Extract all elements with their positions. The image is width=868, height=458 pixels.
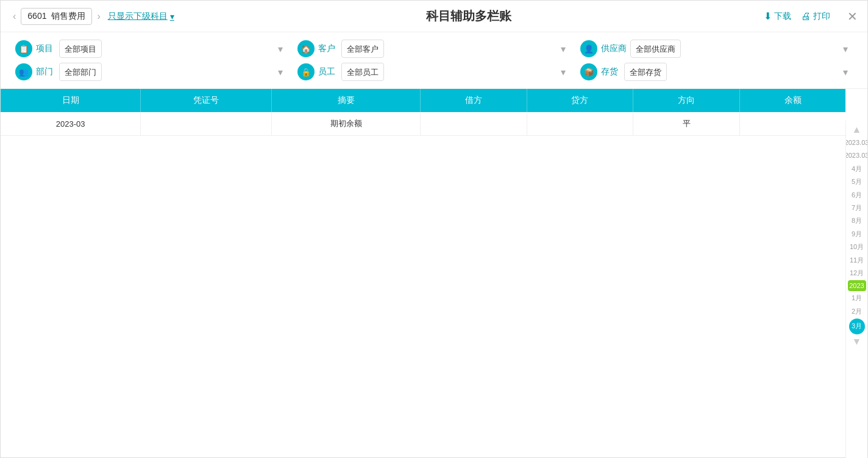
download-label: 下载 bbox=[774, 11, 791, 22]
table-container: 日期 凭证号 摘要 借方 贷方 方向 余额 2023-03 期初余额 平 bbox=[1, 89, 845, 136]
cell-direction: 平 bbox=[633, 112, 740, 136]
top-bar: ‹ 6601 销售费用 › 只显示下级科目 ▾ 科目辅助多栏账 ⬇ 下载 🖨 打… bbox=[1, 1, 867, 32]
cell-debit bbox=[420, 112, 527, 136]
prev-account-btn[interactable]: ‹ bbox=[10, 10, 18, 23]
sidebar-down-btn[interactable]: ▼ bbox=[846, 335, 867, 348]
filter-supplier: 👤 供应商 全部供应商 bbox=[575, 37, 858, 60]
cell-credit bbox=[527, 112, 633, 136]
account-code: 6601 bbox=[27, 11, 46, 21]
project-label: 项目 bbox=[36, 43, 55, 54]
supplier-icon: 👤 bbox=[580, 40, 597, 57]
account-name: 销售费用 bbox=[51, 11, 85, 21]
filter-employee: 🔒 员工 全部员工 bbox=[293, 60, 575, 83]
employee-select[interactable]: 全部员工 bbox=[341, 63, 384, 81]
sidebar-month-item[interactable]: 4月 bbox=[845, 163, 867, 175]
close-btn[interactable]: ✕ bbox=[847, 9, 858, 24]
employee-label: 员工 bbox=[318, 66, 338, 77]
data-table: 日期 凭证号 摘要 借方 贷方 方向 余额 2023-03 期初余额 平 bbox=[1, 89, 845, 136]
sidebar-month-item[interactable]: 3月 bbox=[849, 319, 865, 334]
col-debit: 借方 bbox=[420, 89, 527, 112]
inventory-icon: 📦 bbox=[580, 63, 597, 80]
dept-select[interactable]: 全部部门 bbox=[59, 63, 102, 81]
page-title: 科目辅助多栏账 bbox=[174, 8, 764, 24]
customer-icon: 🏠 bbox=[297, 40, 315, 57]
filter-project: 📋 项目 全部项目 bbox=[10, 37, 293, 60]
col-voucher: 凭证号 bbox=[141, 89, 272, 112]
main-window: ‹ 6601 销售费用 › 只显示下级科目 ▾ 科目辅助多栏账 ⬇ 下载 🖨 打… bbox=[0, 0, 868, 458]
sidebar-month-item[interactable]: 10月 bbox=[845, 241, 867, 253]
sidebar-month-item[interactable]: 1月 bbox=[845, 292, 867, 305]
sidebar-month-item[interactable]: 12月 bbox=[845, 267, 867, 280]
supplier-label: 供应商 bbox=[601, 43, 627, 54]
print-icon: 🖨 bbox=[801, 11, 811, 22]
project-select[interactable]: 全部项目 bbox=[59, 40, 102, 58]
sidebar-up-btn[interactable]: ▲ bbox=[846, 123, 867, 136]
sidebar-month-item[interactable]: 8月 bbox=[845, 214, 867, 227]
table-row: 2023-03 期初余额 平 bbox=[1, 112, 845, 136]
dept-label: 部门 bbox=[36, 66, 55, 77]
inventory-select[interactable]: 全部存货 bbox=[624, 63, 667, 81]
inventory-label: 存货 bbox=[601, 66, 621, 77]
download-icon: ⬇ bbox=[764, 10, 772, 22]
print-btn[interactable]: 🖨 打印 bbox=[801, 11, 830, 22]
chevron-down-icon: ▾ bbox=[170, 12, 174, 21]
col-credit: 贷方 bbox=[527, 89, 633, 112]
account-label: 6601 销售费用 bbox=[21, 8, 92, 25]
filter-customer: 🏠 客户 全部客户 bbox=[293, 37, 575, 60]
print-label: 打印 bbox=[813, 11, 830, 22]
supplier-select[interactable]: 全部供应商 bbox=[630, 40, 681, 58]
sidebar-month-item[interactable]: 9月 bbox=[845, 228, 867, 241]
filter-dept: 👥 部门 全部部门 bbox=[10, 60, 293, 83]
cell-date: 2023-03 bbox=[1, 112, 141, 136]
show-sub-label: 只显示下级科目 bbox=[108, 11, 168, 22]
sidebar-month-item[interactable]: 7月 bbox=[845, 202, 867, 214]
next-account-btn[interactable]: › bbox=[94, 10, 102, 23]
download-btn[interactable]: ⬇ 下载 bbox=[764, 10, 791, 22]
sidebar-month-item[interactable]: 5月 bbox=[845, 175, 867, 188]
sidebar-month-item[interactable]: 11月 bbox=[845, 254, 867, 267]
customer-select[interactable]: 全部客户 bbox=[341, 40, 384, 58]
sidebar-month-item[interactable]: 2023.03 bbox=[845, 149, 867, 162]
show-sub-toggle[interactable]: 只显示下级科目 ▾ bbox=[108, 11, 174, 22]
col-balance: 余额 bbox=[740, 89, 845, 112]
top-actions: ⬇ 下载 🖨 打印 ✕ bbox=[764, 9, 858, 24]
table-header-row: 日期 凭证号 摘要 借方 贷方 方向 余额 bbox=[1, 89, 845, 112]
sidebar-month-item[interactable]: 2023 bbox=[848, 280, 866, 291]
content-area: 日期 凭证号 摘要 借方 贷方 方向 余额 2023-03 期初余额 平 bbox=[1, 89, 867, 458]
employee-icon: 🔒 bbox=[297, 63, 315, 80]
sidebar-months: 2023.032023.034月5月6月7月8月9月10月11月12月20231… bbox=[845, 136, 867, 335]
cell-balance bbox=[740, 112, 845, 136]
sidebar-month-item[interactable]: 2023.03 bbox=[845, 136, 867, 149]
sidebar-month-item[interactable]: 6月 bbox=[845, 189, 867, 202]
col-date: 日期 bbox=[1, 89, 141, 112]
filter-inventory: 📦 存货 全部存货 bbox=[575, 60, 858, 83]
col-direction: 方向 bbox=[633, 89, 740, 112]
col-summary: 摘要 bbox=[272, 89, 421, 112]
cell-voucher bbox=[141, 112, 272, 136]
cell-summary: 期初余额 bbox=[272, 112, 421, 136]
dept-icon: 👥 bbox=[15, 63, 32, 80]
right-sidebar: ▲ 2023.032023.034月5月6月7月8月9月10月11月12月202… bbox=[845, 121, 867, 458]
customer-label: 客户 bbox=[318, 43, 338, 54]
project-icon: 📋 bbox=[15, 40, 32, 57]
sidebar-month-item[interactable]: 2月 bbox=[845, 305, 867, 318]
filter-bar: 📋 项目 全部项目 🏠 客户 全部客户 👤 供应商 全部供应商 bbox=[1, 32, 867, 89]
